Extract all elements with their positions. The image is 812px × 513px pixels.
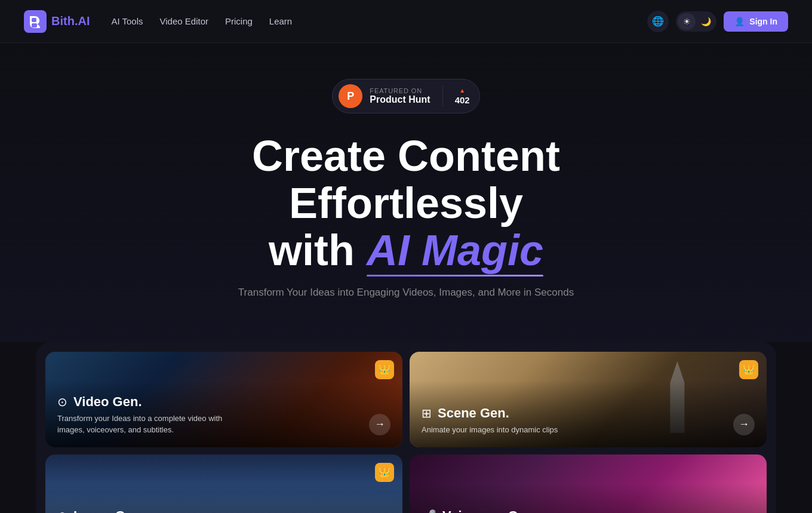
scene-gen-icon: ⊞	[422, 406, 432, 420]
logo-text: Bith.AI	[51, 14, 90, 28]
nav-link-video-editor[interactable]: Video Editor	[160, 16, 208, 26]
hero-title-ai-magic: AI Magic	[367, 226, 543, 274]
navbar: Bith.AI AI Tools Video Editor Pricing Le…	[0, 0, 812, 43]
card-scene-gen[interactable]: 👑 ⊞ Scene Gen. Animate your images into …	[410, 352, 767, 447]
svg-rect-1	[32, 18, 36, 22]
card-image-gen-title-row: ⊙ Image Gen.	[57, 508, 390, 513]
ph-text: FEATURED ON Product Hunt	[370, 87, 430, 105]
svg-rect-2	[32, 23, 37, 27]
hero-title-line1: Create Content Effortlessly	[252, 132, 560, 227]
scene-gen-title: Scene Gen.	[438, 406, 509, 421]
light-theme-button[interactable]: ☀	[678, 13, 696, 30]
globe-button[interactable]: 🌐	[647, 11, 669, 32]
nav-link-learn[interactable]: Learn	[269, 16, 292, 26]
moon-icon: 🌙	[701, 17, 711, 26]
card-scene-gen-content: ⊞ Scene Gen. Animate your images into dy…	[410, 352, 767, 447]
ph-divider	[442, 85, 443, 107]
theme-toggle: ☀ 🌙	[676, 11, 716, 32]
hero-title-line2-prefix: with	[269, 226, 367, 274]
card-video-gen-title-row: ⊙ Video Gen.	[57, 394, 390, 410]
ph-votes: ▲ 402	[455, 87, 470, 105]
voiceover-gen-title: Voiceover Gen.	[442, 508, 537, 513]
nav-item-video-editor[interactable]: Video Editor	[160, 16, 208, 27]
nav-link-pricing[interactable]: Pricing	[225, 16, 253, 26]
signin-button[interactable]: 👤 Sign In	[724, 11, 788, 32]
logo[interactable]: Bith.AI	[24, 10, 90, 33]
video-gen-arrow: →	[369, 414, 390, 435]
ph-arrow-icon: ▲	[459, 87, 465, 94]
logo-icon	[24, 10, 47, 33]
cards-section: 👑 ⊙ Video Gen. Transform your Ideas into…	[36, 342, 776, 513]
card-voiceover-gen[interactable]: 🎤 Voiceover Gen. Create professional voi…	[410, 454, 767, 513]
card-image-gen-content: ⊙ Image Gen. Generate stunning images fr…	[45, 454, 402, 513]
card-voiceover-gen-content: 🎤 Voiceover Gen. Create professional voi…	[410, 454, 767, 513]
ph-vote-count: 402	[455, 95, 470, 105]
product-hunt-badge[interactable]: P FEATURED ON Product Hunt ▲ 402	[332, 79, 479, 113]
image-gen-title: Image Gen.	[73, 508, 144, 513]
hero-title: Create Content Effortlessly with AI Magi…	[137, 133, 675, 275]
nav-right: 🌐 ☀ 🌙 👤 Sign In	[647, 11, 788, 32]
card-image-gen[interactable]: 👑 ⊙ Image Gen. Generate stunning images …	[45, 454, 402, 513]
signin-label: Sign In	[749, 17, 777, 26]
card-video-gen[interactable]: 👑 ⊙ Video Gen. Transform your Ideas into…	[45, 352, 402, 447]
ph-featured-label: FEATURED ON	[370, 87, 422, 94]
nav-links: AI Tools Video Editor Pricing Learn	[111, 16, 292, 27]
video-gen-desc: Transform your Ideas into a complete vid…	[57, 413, 248, 435]
user-icon: 👤	[734, 17, 745, 26]
video-gen-title: Video Gen.	[73, 394, 142, 410]
nav-link-ai-tools[interactable]: AI Tools	[111, 16, 143, 26]
sun-icon: ☀	[683, 17, 691, 26]
card-video-gen-content: ⊙ Video Gen. Transform your Ideas into a…	[45, 352, 402, 447]
voiceover-gen-icon: 🎤	[422, 509, 436, 513]
ph-logo: P	[339, 84, 362, 108]
card-voiceover-gen-title-row: 🎤 Voiceover Gen.	[422, 508, 755, 513]
nav-item-learn[interactable]: Learn	[269, 16, 292, 27]
hero-subtitle: Transform Your Ideas into Engaging Video…	[238, 284, 574, 300]
ph-product-name: Product Hunt	[370, 94, 430, 105]
hero-section: P FEATURED ON Product Hunt ▲ 402 Create …	[0, 43, 812, 342]
scene-gen-desc: Animate your images into dynamic clips	[422, 425, 613, 435]
image-gen-icon: ⊙	[57, 509, 67, 513]
scene-gen-arrow: →	[733, 414, 755, 435]
dark-theme-button[interactable]: 🌙	[697, 13, 715, 30]
nav-left: Bith.AI AI Tools Video Editor Pricing Le…	[24, 10, 292, 33]
video-gen-icon: ⊙	[57, 395, 67, 409]
nav-item-pricing[interactable]: Pricing	[225, 16, 253, 27]
card-scene-gen-title-row: ⊞ Scene Gen.	[422, 406, 755, 421]
globe-icon: 🌐	[652, 16, 664, 27]
nav-item-ai-tools[interactable]: AI Tools	[111, 16, 143, 27]
